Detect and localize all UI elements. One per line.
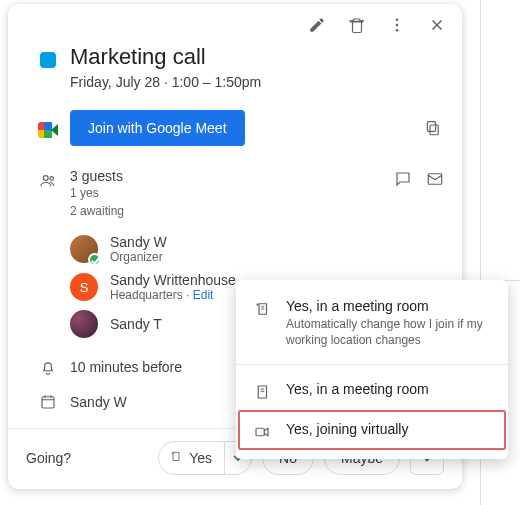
rsvp-options-menu: Yes, in a meeting room Automatically cha…	[236, 280, 508, 459]
svg-point-2	[396, 29, 399, 32]
guests-count: 3 guests	[70, 168, 124, 184]
guests-yes: 1 yes	[70, 184, 124, 202]
google-meet-icon	[38, 122, 58, 138]
video-icon	[252, 421, 272, 441]
guest-row[interactable]: Sandy W Organizer	[70, 230, 444, 268]
guests-icon	[39, 172, 57, 193]
event-title: Marketing call	[70, 44, 444, 70]
guest-name: Sandy Writtenhouse	[110, 272, 236, 288]
more-icon[interactable]	[386, 14, 408, 36]
guest-location: Headquarters · Edit	[110, 288, 236, 302]
bell-icon	[39, 358, 57, 379]
rsvp-yes-label: Yes	[189, 450, 212, 466]
avatar: S	[70, 273, 98, 301]
edit-icon[interactable]	[306, 14, 328, 36]
auto-location-icon	[169, 450, 183, 467]
guest-name: Sandy T	[110, 316, 162, 332]
svg-rect-11	[256, 429, 264, 437]
menu-item-meeting-room[interactable]: Yes, in a meeting room	[236, 371, 508, 411]
svg-rect-3	[430, 125, 438, 135]
menu-item-virtual[interactable]: Yes, joining virtually	[236, 411, 508, 451]
meeting-room-icon	[252, 381, 272, 401]
menu-item-title: Yes, joining virtually	[286, 421, 408, 437]
menu-item-title: Yes, in a meeting room	[286, 381, 429, 397]
menu-item-title: Yes, in a meeting room	[286, 298, 492, 314]
svg-rect-8	[42, 397, 54, 408]
svg-point-5	[43, 176, 48, 181]
chat-icon[interactable]	[394, 170, 412, 191]
guests-awaiting: 2 awaiting	[70, 202, 124, 220]
auto-room-icon	[252, 298, 272, 318]
svg-point-1	[396, 24, 399, 27]
copy-link-icon[interactable]	[422, 117, 444, 139]
event-datetime: Friday, July 28 · 1:00 – 1:50pm	[70, 74, 444, 90]
guest-role: Organizer	[110, 250, 167, 264]
going-label: Going?	[26, 450, 71, 466]
calendar-icon	[39, 393, 57, 414]
guest-name: Sandy W	[110, 234, 167, 250]
close-icon[interactable]	[426, 14, 448, 36]
avatar	[70, 235, 98, 263]
event-color-chip	[40, 52, 56, 68]
join-meet-button[interactable]: Join with Google Meet	[70, 110, 245, 146]
email-guests-icon[interactable]	[426, 170, 444, 191]
edit-location-link[interactable]: Edit	[193, 288, 214, 302]
rsvp-yes-badge	[88, 253, 101, 266]
svg-rect-4	[427, 122, 435, 132]
avatar	[70, 310, 98, 338]
card-toolbar	[8, 4, 462, 40]
menu-item-auto-room[interactable]: Yes, in a meeting room Automatically cha…	[236, 288, 508, 358]
svg-point-6	[50, 177, 54, 181]
svg-rect-7	[428, 174, 442, 185]
delete-icon[interactable]	[346, 14, 368, 36]
svg-point-0	[396, 18, 399, 21]
menu-item-subtitle: Automatically change how I join if my wo…	[286, 316, 492, 348]
